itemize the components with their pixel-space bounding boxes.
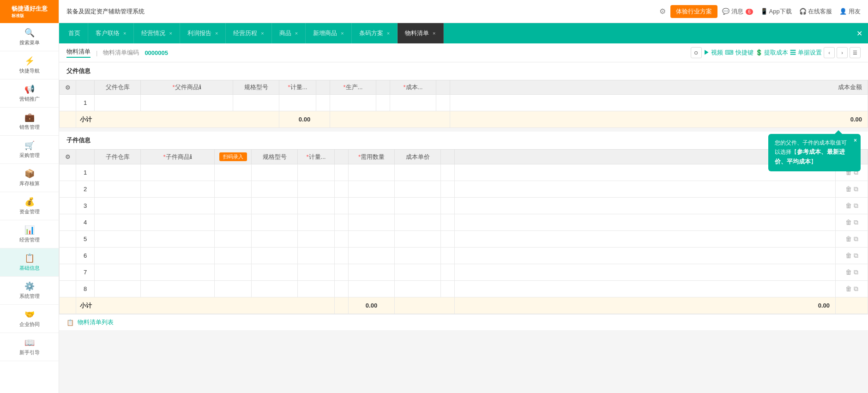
main-area: 装备及固定资产辅助管理系统 ⚙ 体验行业方案 💬 消息 6 📱 App下载 🎧 … (59, 0, 868, 393)
sidebar-item-7[interactable]: 📊经营管理 (0, 220, 59, 248)
user-avatar[interactable]: 👤 用友 (839, 7, 861, 16)
nav-tab-4[interactable]: 经营历程× (226, 23, 271, 43)
tab-close-2[interactable]: × (169, 30, 172, 36)
child-row-3: 4 🗑 ⧉ (60, 214, 868, 231)
nav-prev[interactable]: ‹ (824, 47, 835, 58)
delete-icon-3[interactable]: 🗑 (845, 218, 852, 226)
parent-col-product: *父件商品ℹ (141, 80, 233, 95)
parent-col-extra2 (376, 80, 390, 95)
tab-close-7[interactable]: × (387, 30, 390, 36)
sidebar-item-3[interactable]: 💼销售管理 (0, 108, 59, 136)
try-button[interactable]: 体验行业方案 (670, 5, 717, 18)
nav-tab-8[interactable]: 物料清单× (398, 23, 443, 43)
child-table: ⚙ 子件仓库 *子件商品ℹ 扫码录入 规格型号 *计量... *需用数量 成本单… (59, 149, 868, 314)
tab-close-1[interactable]: × (123, 30, 126, 36)
copy-icon-1[interactable]: ⧉ (854, 185, 858, 193)
sidebar-item-8[interactable]: 📋基础信息 (0, 248, 59, 277)
nav-next[interactable]: › (837, 47, 848, 58)
scan-input-button[interactable]: 扫码录入 (219, 152, 247, 161)
nav-tab-5[interactable]: 商品× (272, 23, 306, 43)
copy-icon-3[interactable]: ⧉ (854, 218, 858, 226)
nav-tab-3[interactable]: 利润报告× (180, 23, 226, 43)
child-row-6: 7 🗑 ⧉ (60, 264, 868, 281)
nav-list[interactable]: ☰ (850, 47, 861, 58)
sub-header: 物料清单 | 物料清单编码 0000005 ⊙ ▶ 视频 ⌨ 快捷键 💲 提取成… (59, 43, 868, 62)
child-col-scan[interactable]: 扫码录入 (215, 150, 252, 164)
copy-icon-4[interactable]: ⧉ (854, 235, 858, 243)
close-all-tabs-icon[interactable]: ✕ (851, 29, 868, 38)
cost-action[interactable]: 💲 提取成本 (755, 48, 789, 57)
sidebar-icon-3: 💼 (24, 112, 35, 122)
sidebar-icon-10: 🤝 (24, 309, 35, 320)
bottom-icon: 📋 (66, 319, 74, 326)
parent-col-extra1 (316, 80, 330, 95)
sidebar-item-5[interactable]: 📦库存核算 (0, 164, 59, 192)
sidebar-item-6[interactable]: 💰资金管理 (0, 192, 59, 220)
copy-icon-6[interactable]: ⧉ (854, 268, 858, 276)
sidebar-icon-1: ⚡ (24, 56, 35, 66)
tab-close-5[interactable]: × (295, 30, 298, 36)
sidebar-item-0[interactable]: 🔍搜索菜单 (0, 23, 59, 51)
tooltip-close-icon[interactable]: × (854, 136, 857, 145)
child-col-number (76, 150, 95, 164)
app-name: 畅捷通好生意 (12, 5, 48, 13)
delete-icon-5[interactable]: 🗑 (845, 252, 852, 260)
settings-icon[interactable]: ⚙ (659, 7, 666, 16)
message-action[interactable]: 💬 消息 6 (722, 7, 753, 16)
child-col-product: *子件商品ℹ (141, 150, 215, 164)
online-service-action[interactable]: 🎧 在线客服 (799, 7, 832, 16)
sidebar-item-2[interactable]: 📢营销推广 (0, 79, 59, 108)
copy-icon-7[interactable]: ⧉ (854, 285, 858, 293)
sidebar-item-11[interactable]: 📖新手引导 (0, 333, 59, 361)
copy-icon-2[interactable]: ⧉ (854, 202, 858, 210)
bottom-bar: 📋 物料清单列表 (59, 314, 868, 330)
view-action[interactable]: ▶ 视频 (704, 48, 723, 57)
copy-icon-5[interactable]: ⧉ (854, 252, 858, 260)
child-col-extra1 (335, 150, 349, 164)
delete-icon-6[interactable]: 🗑 (845, 268, 852, 276)
app-download-action[interactable]: 📱 App下载 (760, 7, 792, 16)
settings-action[interactable]: ☰ 单据设置 (790, 48, 822, 57)
sidebar-item-1[interactable]: ⚡快捷导航 (0, 51, 59, 79)
sub-tab-1[interactable]: 物料清单 (66, 48, 90, 58)
page-content: ××您的父件、子件的成本取值可以选择【参考成本、最新进价、平均成本】 父件信息 … (59, 62, 868, 393)
sub-tab-2: 物料清单编码 (103, 48, 139, 57)
parent-row-1: 1 (60, 95, 868, 111)
nav-tab-7[interactable]: 条码方案× (352, 23, 398, 43)
sidebar-item-4[interactable]: 🛒采购管理 (0, 136, 59, 164)
delete-icon-2[interactable]: 🗑 (845, 202, 852, 210)
parent-col-warehouse: 父件仓库 (95, 80, 141, 95)
child-col-quantity: *需用数量 (349, 150, 395, 164)
tab-close-4[interactable]: × (261, 30, 264, 36)
bottom-text[interactable]: 物料清单列表 (78, 318, 114, 326)
delete-icon-4[interactable]: 🗑 (845, 235, 852, 243)
delete-icon-1[interactable]: 🗑 (845, 185, 852, 193)
document-code: 0000005 (145, 49, 168, 56)
child-col-unit: *计量... (298, 150, 335, 164)
child-row-4: 5 🗑 ⧉ (60, 231, 868, 248)
sidebar-item-9[interactable]: ⚙️系统管理 (0, 277, 59, 305)
nav-tab-2[interactable]: 经营情况× (134, 23, 180, 43)
sidebar-item-10[interactable]: 🤝企业协同 (0, 305, 59, 333)
nav-tab-1[interactable]: 客户联络× (88, 23, 134, 43)
tab-close-8[interactable]: × (433, 30, 435, 36)
sidebar-icon-8: 📋 (24, 253, 35, 263)
child-row-2: 3 🗑 ⧉ (60, 198, 868, 214)
nav-first[interactable]: ⊙ (691, 47, 702, 58)
parent-col-extra3 (436, 80, 450, 95)
topbar: 装备及固定资产辅助管理系统 ⚙ 体验行业方案 💬 消息 6 📱 App下载 🎧 … (59, 0, 868, 23)
parent-table: ⚙ 父件仓库 *父件商品ℹ 规格型号 *计量... *生产... *成本... (59, 80, 868, 128)
child-col-extra2 (441, 150, 455, 164)
delete-icon-7[interactable]: 🗑 (845, 285, 852, 293)
topbar-actions: 💬 消息 6 📱 App下载 🎧 在线客服 👤 用友 (722, 7, 861, 16)
tab-close-6[interactable]: × (341, 30, 344, 36)
nav-tab-0[interactable]: 首页 (59, 23, 88, 43)
parent-section-title: 父件信息 (59, 62, 868, 80)
shortcut-action[interactable]: ⌨ 快捷键 (725, 48, 753, 57)
sidebar-icon-4: 🛒 (24, 140, 35, 151)
parent-col-spec: 规格型号 (233, 80, 279, 95)
app-subtitle: 标准版 (12, 13, 48, 19)
sidebar-icon-6: 💰 (24, 197, 35, 207)
nav-tab-6[interactable]: 新增商品× (306, 23, 351, 43)
tab-close-3[interactable]: × (215, 30, 218, 36)
